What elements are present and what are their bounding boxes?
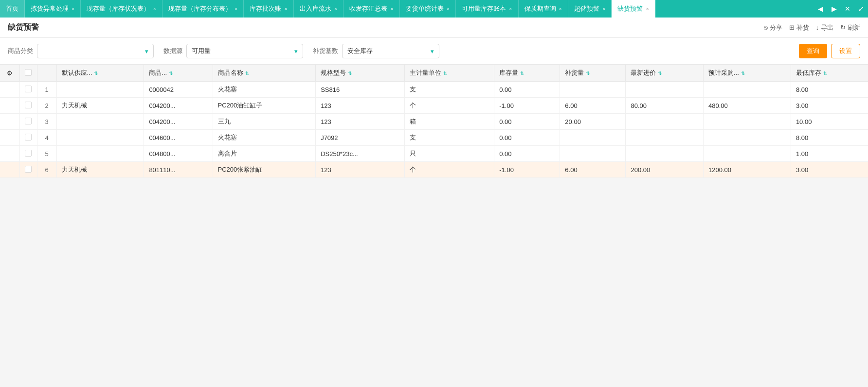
tab-next-btn[interactable]: ▶ — [827, 0, 841, 18]
col-header-supplier[interactable]: 默认供应...⇅ — [56, 65, 144, 82]
row-spec-cell: 123 — [316, 162, 405, 178]
tab-prev-btn[interactable]: ◀ — [814, 0, 827, 18]
tab-abnormal[interactable]: 拣货异常处理× — [25, 0, 81, 18]
row-spec-cell: DS250*23c... — [316, 146, 405, 162]
row-check-cell[interactable] — [19, 162, 37, 178]
tab-stock-status[interactable]: 现存量（库存状况表）× — [81, 0, 162, 18]
row-latest-price-cell: 80.00 — [626, 98, 704, 114]
tab-close-icon[interactable]: × — [153, 6, 156, 12]
row-index-cell: 6 — [37, 162, 56, 178]
tab-close-icon[interactable]: × — [72, 6, 74, 12]
tab-label: 首页 — [6, 4, 18, 13]
col-header-est-purchase[interactable]: 预计采购...⇅ — [704, 65, 791, 82]
col-header-check[interactable] — [19, 65, 37, 82]
row-checkbox[interactable] — [25, 166, 32, 173]
col-min-stock-label: 最低库存 — [796, 69, 821, 76]
tab-close-icon[interactable]: × — [602, 6, 605, 12]
category-label: 商品分类 — [8, 47, 33, 55]
row-latest-price-cell — [626, 114, 704, 130]
tab-overstock-warning[interactable]: 超储预警× — [568, 0, 612, 18]
tab-stock-dist[interactable]: 现存量（库存分布表）× — [163, 0, 244, 18]
header-checkbox[interactable] — [25, 69, 32, 76]
row-checkbox[interactable] — [25, 86, 32, 92]
row-checkbox[interactable] — [25, 150, 32, 157]
row-checkbox[interactable] — [25, 134, 32, 141]
query-button[interactable]: 查询 — [799, 44, 827, 58]
export-icon: ↓ — [816, 24, 819, 31]
tab-close-icon[interactable]: × — [334, 6, 337, 12]
row-supplier-cell — [56, 82, 144, 98]
tab-order-stats[interactable]: 要货单统计表× — [400, 0, 456, 18]
tab-shortage-warning[interactable]: 缺货预警× — [612, 0, 655, 18]
row-settings-cell — [0, 130, 19, 146]
col-unit-label: 主计量单位 — [410, 69, 441, 76]
table-row: 1 0000042 火花塞 SS816 支 0.00 8.00 — [0, 82, 868, 98]
tab-receipt-summary[interactable]: 收发存汇总表× — [344, 0, 399, 18]
tab-close-icon[interactable]: × — [447, 6, 450, 12]
settings-button[interactable]: 设置 — [831, 44, 860, 58]
category-filter-group: 商品分类 ▾ — [8, 44, 154, 58]
tab-inout-flow[interactable]: 出入库流水× — [294, 0, 344, 18]
row-check-cell[interactable] — [19, 82, 37, 98]
col-header-unit[interactable]: 主计量单位⇅ — [405, 65, 494, 82]
row-est-purchase-cell: 480.00 — [704, 98, 791, 114]
col-header-latest-price[interactable]: 最新进价⇅ — [626, 65, 704, 82]
row-unit-cell: 支 — [405, 82, 494, 98]
col-header-settings[interactable]: ⚙ — [0, 65, 19, 82]
row-check-cell[interactable] — [19, 146, 37, 162]
row-goods-code-cell: 004600... — [144, 130, 213, 146]
replenish-icon: ⊞ — [789, 24, 795, 31]
export-btn[interactable]: ↓ 导出 — [816, 23, 834, 32]
row-check-cell[interactable] — [19, 114, 37, 130]
row-goods-code-cell: 004200... — [144, 98, 213, 114]
row-check-cell[interactable] — [19, 130, 37, 146]
row-index-cell: 2 — [37, 98, 56, 114]
row-est-purchase-cell — [704, 114, 791, 130]
col-header-replenish-qty[interactable]: 补货量⇅ — [560, 65, 626, 82]
datasource-select-arrow-icon: ▾ — [294, 48, 298, 55]
tab-close-btn[interactable]: ✕ — [841, 0, 854, 18]
refresh-label: 刷新 — [848, 23, 860, 32]
col-goods-name-label: 商品名称 — [218, 69, 243, 76]
row-check-cell[interactable] — [19, 98, 37, 114]
tab-close-icon[interactable]: × — [509, 6, 512, 12]
replenish-btn[interactable]: ⊞ 补货 — [789, 23, 809, 32]
export-label: 导出 — [821, 23, 833, 32]
row-goods-code-cell: 004800... — [144, 146, 213, 162]
col-header-goods-name[interactable]: 商品名称⇅ — [213, 65, 316, 82]
tab-close-icon[interactable]: × — [235, 6, 237, 12]
tab-close-icon[interactable]: × — [646, 6, 649, 12]
row-est-purchase-cell: 1200.00 — [704, 162, 791, 178]
tab-label: 出入库流水 — [300, 4, 331, 13]
tab-close-icon[interactable]: × — [284, 6, 287, 12]
row-min-stock-cell: 10.00 — [791, 114, 868, 130]
tab-fullscreen-btn[interactable]: ⤢ — [854, 0, 868, 18]
datasource-filter-group: 数据源 可用量 ▾ — [163, 44, 303, 58]
row-goods-code-cell: 004200... — [144, 114, 213, 130]
tab-home[interactable]: 首页 — [0, 0, 25, 18]
row-index-cell: 4 — [37, 130, 56, 146]
tab-label: 收发存汇总表 — [349, 4, 387, 13]
col-header-stock-qty[interactable]: 库存量⇅ — [494, 65, 560, 82]
row-goods-name-cell: 三九 — [213, 114, 316, 130]
row-spec-cell: J7092 — [316, 130, 405, 146]
tab-batch-account[interactable]: 库存批次账× — [244, 0, 293, 18]
row-checkbox[interactable] — [25, 118, 32, 124]
col-header-min-stock[interactable]: 最低库存⇅ — [791, 65, 868, 82]
tab-available-ledger[interactable]: 可用量库存账本× — [456, 0, 518, 18]
col-header-spec[interactable]: 规格型号⇅ — [316, 65, 405, 82]
datasource-select[interactable]: 可用量 ▾ — [186, 44, 303, 58]
tab-expiry-query[interactable]: 保质期查询× — [519, 0, 568, 18]
tab-close-icon[interactable]: × — [390, 6, 393, 12]
row-replenish-qty-cell: 6.00 — [560, 98, 626, 114]
category-select[interactable]: ▾ — [37, 44, 154, 58]
share-btn[interactable]: ⎋ 分享 — [764, 23, 782, 32]
row-supplier-cell — [56, 146, 144, 162]
row-stock-qty-cell: -1.00 — [494, 98, 560, 114]
col-header-goods-code[interactable]: 商品...⇅ — [144, 65, 213, 82]
refresh-btn[interactable]: ↻ 刷新 — [840, 23, 860, 32]
replenish-base-select[interactable]: 安全库存 ▾ — [342, 44, 439, 58]
tab-close-icon[interactable]: × — [559, 6, 562, 12]
row-checkbox[interactable] — [25, 102, 32, 108]
share-label: 分享 — [770, 23, 782, 32]
